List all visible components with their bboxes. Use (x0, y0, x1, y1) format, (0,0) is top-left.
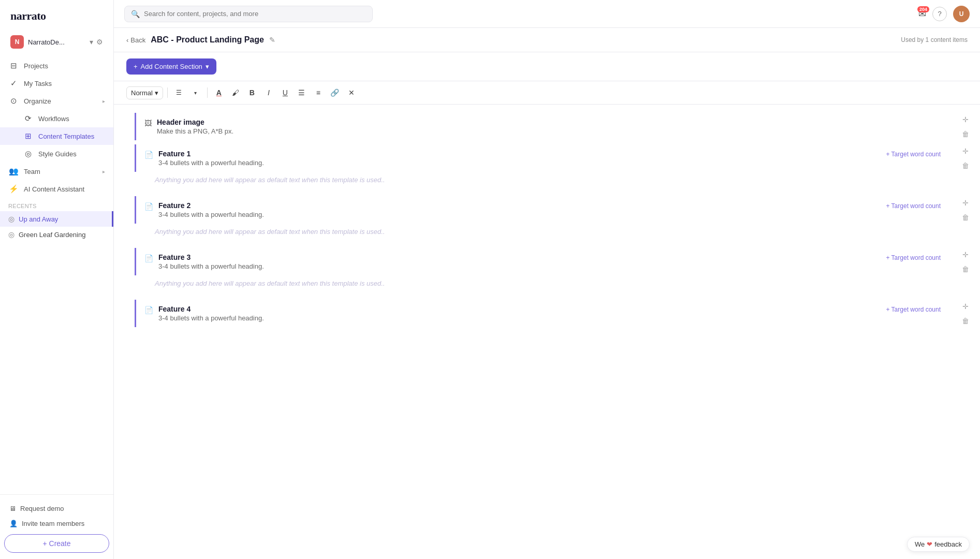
document-icon: 📄 (144, 306, 153, 314)
delete-section-button[interactable]: 🗑 (959, 315, 972, 327)
help-button[interactable]: ? (932, 7, 947, 21)
request-demo-item[interactable]: 🖥 Request demo (4, 501, 109, 516)
feedback-suffix-label: feedback (934, 540, 962, 548)
add-row-button[interactable]: ✛ (959, 248, 972, 261)
section-inner: 📄 Feature 1 3-4 bullets with a powerful … (135, 144, 949, 172)
target-word-count-button[interactable]: + Target word count (886, 150, 941, 158)
format-select[interactable]: Normal ▾ (126, 86, 163, 99)
feedback-button[interactable]: We ❤ feedback (907, 537, 970, 552)
section-block-feature-2: 📄 Feature 2 3-4 bullets with a powerful … (135, 196, 949, 240)
placeholder-text: Anything you add here will appear as def… (135, 224, 949, 240)
organize-icon: ⊙ (8, 96, 19, 106)
add-content-section-button[interactable]: + Add Content Section ▾ (126, 58, 216, 75)
request-demo-label: Request demo (20, 505, 64, 512)
chevron-left-icon: ‹ (126, 36, 128, 44)
user-avatar[interactable]: U (953, 6, 970, 22)
recent-icon: ◎ (8, 215, 14, 223)
delete-section-button[interactable]: 🗑 (959, 211, 972, 224)
section-inner: 📄 Feature 3 3-4 bullets with a powerful … (135, 248, 949, 275)
sidebar-item-organize[interactable]: ⊙ Organize ▸ (0, 92, 113, 110)
section-actions: ✛ 🗑 (959, 248, 972, 275)
target-word-count-button[interactable]: + Target word count (886, 305, 941, 313)
delete-section-button[interactable]: 🗑 (959, 263, 972, 275)
create-button[interactable]: + Create (4, 534, 109, 553)
edit-icon[interactable]: ✎ (269, 36, 275, 44)
section-subtitle: 3-4 bullets with a powerful heading. (158, 262, 881, 270)
heart-icon: ❤ (927, 540, 932, 548)
target-word-count-button[interactable]: + Target word count (886, 253, 941, 261)
add-row-button[interactable]: ✛ (959, 113, 972, 126)
format-label: Normal (131, 89, 153, 97)
search-wrap[interactable]: 🔍 (124, 6, 373, 22)
image-icon: 🖼 (144, 119, 152, 127)
delete-section-button[interactable]: 🗑 (959, 159, 972, 172)
search-input[interactable] (144, 10, 366, 18)
section-subtitle: 3-4 bullets with a powerful heading. (158, 211, 881, 218)
align-options-btn[interactable]: ▾ (188, 85, 203, 100)
sidebar-recent-up-and-away[interactable]: ◎ Up and Away (0, 211, 113, 227)
section-actions: ✛ 🗑 (959, 113, 972, 140)
sidebar-item-label: Style Guides (38, 150, 77, 158)
team-icon: 👥 (8, 167, 19, 176)
style-guides-icon: ◎ (23, 149, 33, 158)
sidebar-item-workflows[interactable]: ⟳ Workflows (0, 110, 113, 127)
back-label: Back (130, 36, 145, 44)
recents-label: Recents (0, 198, 113, 211)
dropdown-arrow-icon: ▾ (206, 63, 209, 70)
document-icon: 📄 (144, 151, 153, 159)
sidebar-nav: ⊟ Projects ✓ My Tasks ⊙ Organize ▸ ⟳ Wor… (0, 55, 113, 494)
sidebar-recent-green-leaf[interactable]: ◎ Green Leaf Gardening (0, 227, 113, 242)
sidebar-item-style-guides[interactable]: ◎ Style Guides (0, 145, 113, 163)
content-area: ‹ Back ABC - Product Landing Page ✎ Used… (114, 28, 980, 559)
section-content: Feature 2 3-4 bullets with a powerful he… (158, 201, 881, 218)
toolbar-divider (207, 87, 208, 98)
sidebar-item-label: AI Content Assistant (24, 185, 84, 193)
notification-bell[interactable]: ✉ 204 (918, 8, 926, 20)
target-word-count-button[interactable]: + Target word count (886, 201, 941, 210)
link-btn[interactable]: 🔗 (328, 85, 342, 100)
add-row-button[interactable]: ✛ (959, 145, 972, 157)
section-block-header-image: 🖼 Header image Make this a PNG, A*B px. … (135, 113, 949, 140)
numbered-list-btn[interactable]: ≡ (311, 85, 326, 100)
section-content: Header image Make this a PNG, A*B px. (157, 118, 941, 135)
sidebar-item-content-templates[interactable]: ⊞ Content Templates (0, 127, 113, 145)
editor-toolbar: Normal ▾ ☰ ▾ A 🖌 B I U ☰ ≡ 🔗 ✕ (114, 81, 980, 105)
back-button[interactable]: ‹ Back (126, 36, 145, 44)
topbar-right: ✉ 204 ? U (918, 6, 970, 22)
delete-section-button[interactable]: 🗑 (959, 128, 972, 140)
section-content: Feature 1 3-4 bullets with a powerful he… (158, 150, 881, 167)
text-color-btn[interactable]: A (212, 85, 226, 100)
section-actions: ✛ 🗑 (959, 300, 972, 327)
clear-format-btn[interactable]: ✕ (344, 85, 359, 100)
sidebar-item-ai-assistant[interactable]: ⚡ AI Content Assistant (0, 180, 113, 198)
section-title: Feature 2 (158, 201, 881, 210)
sidebar-item-label: Organize (24, 97, 51, 105)
sidebar-item-projects[interactable]: ⊟ Projects (0, 57, 113, 75)
main-area: 🔍 ✉ 204 ? U ‹ Back ABC - Product Landing… (114, 0, 980, 559)
section-title: Header image (157, 118, 941, 126)
highlight-btn[interactable]: 🖌 (228, 85, 243, 100)
workspace-row[interactable]: N NarratoDe... ▾ ⚙ (4, 31, 109, 53)
section-inner: 📄 Feature 2 3-4 bullets with a powerful … (135, 196, 949, 224)
content-templates-icon: ⊞ (23, 131, 33, 141)
sidebar: narrato N NarratoDe... ▾ ⚙ ⊟ Projects ✓ … (0, 0, 114, 559)
align-left-btn[interactable]: ☰ (172, 85, 186, 100)
section-content: Feature 3 3-4 bullets with a powerful he… (158, 253, 881, 270)
logo-area: narrato (0, 0, 113, 29)
app-logo: narrato (10, 9, 46, 23)
sidebar-item-label: Content Templates (38, 133, 94, 140)
underline-btn[interactable]: U (278, 85, 292, 100)
sidebar-item-team[interactable]: 👥 Team ▸ (0, 163, 113, 180)
sidebar-item-my-tasks[interactable]: ✓ My Tasks (0, 75, 113, 92)
section-title: Feature 3 (158, 253, 881, 261)
chevron-right-icon: ▸ (103, 169, 105, 174)
add-row-button[interactable]: ✛ (959, 197, 972, 209)
section-title: Feature 1 (158, 150, 881, 158)
settings-icon[interactable]: ⚙ (96, 38, 103, 46)
bullet-list-btn[interactable]: ☰ (295, 85, 309, 100)
invite-team-item[interactable]: 👤 Invite team members (4, 516, 109, 531)
italic-btn[interactable]: I (261, 85, 276, 100)
bold-btn[interactable]: B (245, 85, 259, 100)
used-by-label: Used by 1 content items (901, 36, 968, 43)
add-row-button[interactable]: ✛ (959, 300, 972, 313)
